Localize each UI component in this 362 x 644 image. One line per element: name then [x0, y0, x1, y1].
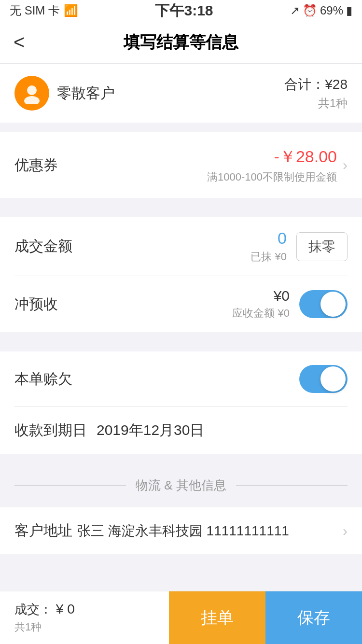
- precollect-toggle[interactable]: [299, 290, 348, 318]
- precollect-amount: ¥0: [232, 288, 290, 304]
- customer-left: 零散客户: [14, 76, 115, 111]
- location-icon: ↗: [290, 4, 300, 17]
- coupon-amount: -￥28.00: [207, 146, 337, 168]
- battery-icon: ▮: [346, 4, 352, 17]
- address-label: 客户地址: [14, 521, 72, 541]
- coupon-label: 优惠券: [14, 155, 58, 175]
- debt-label: 本单赊欠: [14, 369, 72, 389]
- deal-amount-row: 成交金额 0 已抹 ¥0 抹零: [0, 217, 362, 276]
- precollect-receivable: 应收金额 ¥0: [232, 306, 290, 321]
- coupon-row[interactable]: 优惠券 -￥28.00 满1000-100不限制使用金额 ›: [0, 132, 362, 198]
- bottom-deal-label: 成交：: [14, 602, 52, 616]
- svg-point-0: [27, 85, 37, 95]
- customer-count: 共1种: [284, 96, 348, 111]
- avatar: [14, 76, 49, 111]
- deal-value-area: 0 已抹 ¥0: [251, 229, 287, 264]
- coupon-right: -￥28.00 满1000-100不限制使用金额 ›: [207, 146, 348, 184]
- status-right: ↗ ⏰ 69% ▮: [290, 4, 352, 17]
- bottom-deal-row: 成交： ¥ 0: [14, 601, 154, 618]
- logistics-line-left: [14, 485, 126, 486]
- precollect-value-area: ¥0 应收金额 ¥0: [232, 288, 290, 321]
- bottom-info: 成交： ¥ 0 共1种: [0, 601, 169, 634]
- address-row[interactable]: 客户地址 张三 海淀永丰科技园 11111111111 ›: [0, 507, 362, 554]
- sim-status: 无 SIM 卡: [10, 3, 60, 18]
- section-separator-1: [0, 208, 362, 217]
- deal-right: 0 已抹 ¥0 抹零: [251, 229, 348, 264]
- status-bar: 无 SIM 卡 📶 下午3:18 ↗ ⏰ 69% ▮: [0, 0, 362, 21]
- address-section: 客户地址 张三 海淀永丰科技园 11111111111 ›: [0, 507, 362, 554]
- back-button[interactable]: <: [14, 31, 25, 53]
- address-value: 张三 海淀永丰科技园 11111111111: [72, 522, 343, 540]
- hang-order-button[interactable]: 挂单: [169, 591, 265, 644]
- content: 零散客户 合计：¥28 共1种 优惠券 -￥28.00 满1000-100不限制…: [0, 64, 362, 622]
- deal-amount-value: 0: [251, 229, 287, 248]
- bottom-bar: 成交： ¥ 0 共1种 挂单 保存: [0, 591, 362, 644]
- round-zero-button[interactable]: 抹零: [296, 232, 348, 261]
- due-date-value: 2019年12月30日: [97, 420, 204, 440]
- alarm-icon: ⏰: [303, 4, 317, 17]
- due-date-label: 收款到期日: [14, 420, 87, 440]
- address-chevron-icon: ›: [343, 523, 348, 539]
- due-date-row: 收款到期日 2019年12月30日: [0, 407, 362, 454]
- bottom-count: 共1种: [14, 620, 154, 634]
- customer-section: 零散客户 合计：¥28 共1种: [0, 64, 362, 123]
- svg-point-1: [24, 96, 40, 104]
- deal-amount-label: 成交金额: [14, 237, 72, 256]
- logistics-label: 物流 & 其他信息: [136, 477, 226, 494]
- save-button[interactable]: 保存: [265, 591, 362, 644]
- precollect-label: 冲预收: [14, 294, 58, 314]
- debt-toggle-knob: [320, 366, 346, 392]
- customer-row: 零散客户 合计：¥28 共1种: [0, 64, 362, 123]
- toggle-knob: [320, 292, 346, 317]
- coupon-value: -￥28.00 满1000-100不限制使用金额: [207, 146, 337, 184]
- coupon-desc: 满1000-100不限制使用金额: [207, 170, 337, 184]
- customer-total: 合计：¥28: [284, 75, 348, 94]
- debt-toggle[interactable]: [299, 365, 348, 393]
- bottom-deal-amount: ¥ 0: [56, 602, 75, 616]
- status-time: 下午3:18: [155, 1, 213, 21]
- coupon-section: 优惠券 -￥28.00 满1000-100不限制使用金额 ›: [0, 132, 362, 198]
- page-title: 填写结算等信息: [124, 31, 238, 54]
- user-icon: [21, 83, 42, 104]
- status-left: 无 SIM 卡 📶: [10, 3, 78, 18]
- nav-bar: < 填写结算等信息: [0, 21, 362, 64]
- precollect-right: ¥0 应收金额 ¥0: [232, 288, 348, 321]
- debt-row: 本单赊欠: [0, 351, 362, 406]
- battery-level: 69%: [320, 4, 343, 17]
- deal-section: 成交金额 0 已抹 ¥0 抹零 冲预收 ¥0 应收金额 ¥0: [0, 217, 362, 332]
- logistics-line-right: [236, 485, 348, 486]
- section-separator-2: [0, 342, 362, 351]
- debt-section: 本单赊欠 收款到期日 2019年12月30日: [0, 351, 362, 454]
- deal-deducted: 已抹 ¥0: [251, 250, 287, 264]
- customer-right: 合计：¥28 共1种: [284, 75, 348, 111]
- chevron-right-icon: ›: [343, 157, 348, 173]
- precollect-row: 冲预收 ¥0 应收金额 ¥0: [0, 276, 362, 332]
- logistics-header: 物流 & 其他信息: [0, 463, 362, 507]
- wifi-icon: 📶: [64, 4, 78, 17]
- customer-name: 零散客户: [57, 84, 115, 103]
